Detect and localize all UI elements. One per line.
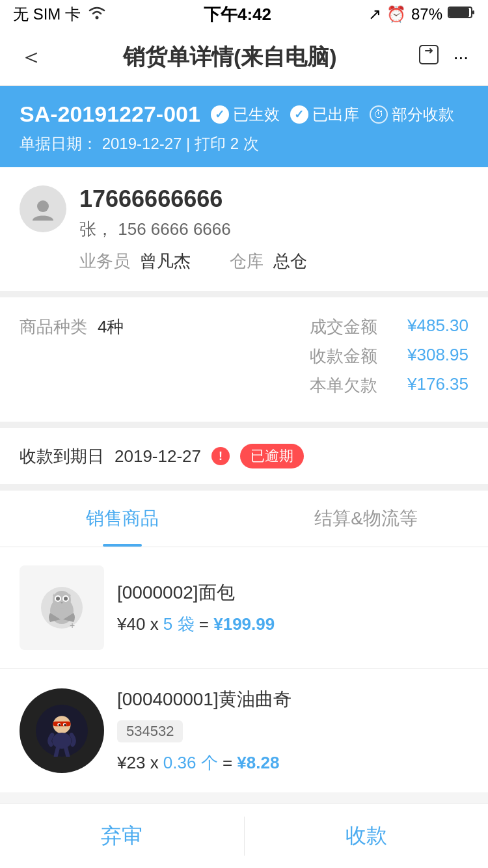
sales-person: 业务员 曾凡杰 [79, 250, 191, 273]
svg-point-0 [96, 16, 99, 20]
product-type: 商品种类 4种 [20, 316, 124, 338]
status-left: 无 SIM 卡 [13, 4, 107, 25]
cancel-button[interactable]: 弃审 [0, 804, 244, 868]
carrier-label: 无 SIM 卡 [13, 4, 81, 25]
badge-effective-label: 已生效 [233, 104, 280, 125]
battery-icon [448, 5, 475, 23]
alarm-icon: ⏰ [386, 5, 406, 23]
badge-partial: ⏱ 部分收款 [370, 104, 454, 125]
badge-effective: ✓ 已生效 [211, 104, 280, 125]
product-price: ¥23 x 0.36 个 = ¥8.28 [117, 752, 468, 774]
confirm-button[interactable]: 收款 [245, 804, 489, 868]
tab-sales-products[interactable]: 销售商品 [0, 491, 244, 547]
product-batch: 534532 [117, 720, 183, 742]
customer-phone: 张， 156 6666 6666 [79, 218, 468, 241]
order-number: SA-20191227-001 [20, 102, 200, 127]
tabs-section: 销售商品 结算&物流等 [0, 491, 488, 547]
status-time: 下午4:42 [204, 3, 271, 26]
product-thumbnail: + [20, 565, 104, 650]
product-item: [000400001]黄油曲奇 534532 ¥23 x 0.36 个 = ¥8… [0, 669, 488, 793]
overdue-badge: 已逾期 [240, 444, 304, 468]
customer-section: 17666666666 张， 156 6666 6666 业务员 曾凡杰 仓库 … [0, 167, 488, 297]
svg-point-19 [59, 724, 61, 726]
product-name: [000400001]黄油曲奇 [117, 687, 468, 712]
warehouse: 仓库 总仓 [230, 250, 307, 273]
page-title: 销货单详情(来自电脑) [123, 42, 337, 72]
summary-section: 商品种类 4种 成交金额 ¥485.30 收款金额 ¥308.95 本单欠款 ¥… [0, 297, 488, 428]
product-thumbnail [20, 688, 104, 773]
owed-row: 本单欠款 ¥176.35 [310, 374, 468, 397]
svg-point-5 [37, 200, 49, 212]
svg-rect-4 [420, 46, 438, 64]
amount-row: 成交金额 ¥485.30 [310, 316, 468, 338]
header-banner: SA-20191227-001 ✓ 已生效 ✓ 已出库 ⏱ 部分收款 单据日期：… [0, 86, 488, 167]
summary-right: 成交金额 ¥485.30 收款金额 ¥308.95 本单欠款 ¥176.35 [310, 316, 468, 403]
more-button[interactable]: ··· [454, 47, 468, 68]
product-info: [0000002]面包 ¥40 x 5 袋 = ¥199.99 [117, 580, 468, 636]
due-date: 2019-12-27 [115, 446, 201, 467]
nav-right: ··· [417, 43, 468, 72]
collected-row: 收款金额 ¥308.95 [310, 345, 468, 368]
badge-partial-label: 部分收款 [392, 104, 454, 125]
status-right: ↗ ⏰ 87% [368, 5, 475, 23]
location-icon: ↗ [368, 5, 381, 23]
back-button[interactable]: ＜ [20, 41, 43, 73]
svg-point-12 [64, 597, 68, 601]
svg-rect-3 [472, 10, 474, 14]
due-label: 收款到期日 [20, 445, 104, 468]
customer-id: 17666666666 [79, 185, 468, 213]
svg-point-11 [56, 597, 60, 601]
avatar [20, 185, 66, 232]
svg-rect-2 [449, 8, 469, 17]
summary-row: 商品种类 4种 成交金额 ¥485.30 收款金额 ¥308.95 本单欠款 ¥… [20, 316, 468, 403]
product-name: [0000002]面包 [117, 580, 468, 605]
bottom-bar: 弃审 收款 [0, 803, 488, 868]
wifi-icon [87, 5, 107, 23]
battery-label: 87% [411, 5, 442, 23]
nav-bar: ＜ 销货单详情(来自电脑) ··· [0, 29, 488, 86]
svg-point-20 [64, 724, 66, 726]
overdue-icon: ! [211, 447, 230, 465]
badge-shipped-label: 已出库 [312, 104, 359, 125]
summary-left: 商品种类 4种 [20, 316, 124, 345]
tab-settlement[interactable]: 结算&物流等 [244, 491, 488, 547]
customer-meta: 业务员 曾凡杰 仓库 总仓 [79, 250, 468, 273]
svg-point-21 [52, 733, 72, 749]
nav-left: ＜ [20, 41, 43, 73]
header-date: 单据日期： 2019-12-27 | 打印 2 次 [20, 133, 468, 154]
product-info: [000400001]黄油曲奇 534532 ¥23 x 0.36 个 = ¥8… [117, 687, 468, 774]
status-bar: 无 SIM 卡 下午4:42 ↗ ⏰ 87% [0, 0, 488, 29]
order-row: SA-20191227-001 ✓ 已生效 ✓ 已出库 ⏱ 部分收款 [20, 102, 468, 127]
customer-info: 17666666666 张， 156 6666 6666 业务员 曾凡杰 仓库 … [79, 185, 468, 273]
svg-text:+: + [70, 620, 75, 631]
share-button[interactable] [417, 43, 441, 72]
product-list: + [0000002]面包 ¥40 x 5 袋 = ¥199.99 [0, 547, 488, 793]
product-item: + [0000002]面包 ¥40 x 5 袋 = ¥199.99 [0, 547, 488, 669]
due-section: 收款到期日 2019-12-27 ! 已逾期 [0, 428, 488, 491]
svg-rect-16 [53, 722, 70, 726]
product-price: ¥40 x 5 袋 = ¥199.99 [117, 613, 468, 636]
badge-shipped: ✓ 已出库 [290, 104, 359, 125]
